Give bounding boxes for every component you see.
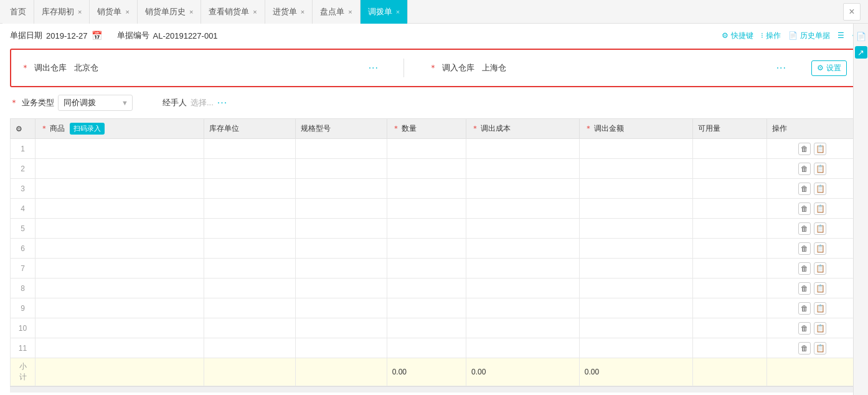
row-goods[interactable] — [35, 338, 204, 358]
delete-icon[interactable]: 🗑 — [798, 143, 811, 155]
row-available[interactable] — [692, 259, 767, 278]
copy-icon[interactable]: 📋 — [814, 282, 826, 295]
row-cost[interactable] — [466, 338, 580, 358]
copy-icon[interactable]: 📋 — [814, 163, 826, 175]
row-available[interactable] — [692, 298, 767, 318]
row-cost[interactable] — [466, 259, 580, 278]
row-qty[interactable] — [387, 278, 466, 298]
history-link[interactable]: 📄 历史单据 — [788, 31, 830, 41]
tab-close-sales-history[interactable]: × — [189, 8, 193, 16]
row-goods[interactable] — [35, 259, 204, 278]
tab-sales-history[interactable]: 销货单历史 × — [138, 0, 201, 24]
row-spec[interactable] — [295, 139, 387, 159]
row-available[interactable] — [692, 179, 767, 199]
row-available[interactable] — [692, 159, 767, 179]
row-available[interactable] — [692, 199, 767, 219]
delete-icon[interactable]: 🗑 — [798, 242, 811, 255]
row-qty[interactable] — [387, 338, 466, 358]
row-cost[interactable] — [466, 239, 580, 259]
layout-toggle-list[interactable]: ☰ — [837, 31, 844, 40]
delete-icon[interactable]: 🗑 — [798, 163, 811, 175]
row-qty[interactable] — [387, 298, 466, 318]
delete-icon[interactable]: 🗑 — [798, 302, 811, 315]
row-qty[interactable] — [387, 318, 466, 338]
row-available[interactable] — [692, 139, 767, 159]
delete-icon[interactable]: 🗑 — [798, 202, 811, 215]
tab-view-sales[interactable]: 查看销货单 × — [201, 0, 265, 24]
row-goods[interactable] — [35, 199, 204, 219]
row-goods[interactable] — [35, 139, 204, 159]
tab-close-sales-order[interactable]: × — [125, 8, 129, 16]
delete-icon[interactable]: 🗑 — [798, 342, 811, 355]
row-goods[interactable] — [35, 239, 204, 259]
row-spec[interactable] — [295, 199, 387, 219]
row-unit[interactable] — [204, 219, 295, 239]
handler-more-button[interactable]: ··· — [217, 97, 227, 108]
row-qty[interactable] — [387, 139, 466, 159]
row-amount[interactable] — [579, 199, 692, 219]
side-expand-icon[interactable]: ↗ — [855, 46, 867, 59]
row-goods[interactable] — [35, 159, 204, 179]
row-qty[interactable] — [387, 239, 466, 259]
copy-icon[interactable]: 📋 — [814, 222, 826, 235]
row-amount[interactable] — [579, 318, 692, 338]
row-cost[interactable] — [466, 219, 580, 239]
row-amount[interactable] — [579, 298, 692, 318]
row-unit[interactable] — [204, 259, 295, 278]
tab-inventory-init[interactable]: 库存期初 × — [34, 0, 90, 24]
row-amount[interactable] — [579, 179, 692, 199]
shortcuts-link[interactable]: ⚙ 快捷键 — [722, 31, 753, 41]
row-spec[interactable] — [295, 298, 387, 318]
row-available[interactable] — [692, 278, 767, 298]
row-spec[interactable] — [295, 318, 387, 338]
row-amount[interactable] — [579, 259, 692, 278]
warehouse-in-more-button[interactable]: ··· — [776, 62, 786, 74]
row-cost[interactable] — [466, 159, 580, 179]
row-amount[interactable] — [579, 338, 692, 358]
copy-icon[interactable]: 📋 — [814, 262, 826, 275]
row-unit[interactable] — [204, 278, 295, 298]
tab-close-stocktake[interactable]: × — [348, 8, 352, 16]
tab-close-inventory-init[interactable]: × — [78, 8, 82, 16]
row-amount[interactable] — [579, 219, 692, 239]
row-unit[interactable] — [204, 239, 295, 259]
tab-close-transfer[interactable]: × — [396, 8, 400, 16]
row-qty[interactable] — [387, 259, 466, 278]
copy-icon[interactable]: 📋 — [814, 302, 826, 315]
tab-stocktake[interactable]: 盘点单 × — [313, 0, 360, 24]
row-cost[interactable] — [466, 199, 580, 219]
handler-select[interactable]: 选择... — [191, 97, 214, 108]
row-available[interactable] — [692, 239, 767, 259]
row-qty[interactable] — [387, 199, 466, 219]
row-goods[interactable] — [35, 278, 204, 298]
row-spec[interactable] — [295, 239, 387, 259]
row-spec[interactable] — [295, 179, 387, 199]
tab-close-purchase-order[interactable]: × — [301, 8, 304, 16]
row-spec[interactable] — [295, 219, 387, 239]
tab-transfer[interactable]: 调拨单 × — [361, 0, 408, 24]
scan-input-button[interactable]: 扫码录入 — [70, 123, 105, 135]
settings-button[interactable]: ⚙ 设置 — [811, 60, 847, 76]
window-close-button[interactable]: × — [843, 3, 861, 21]
row-amount[interactable] — [579, 278, 692, 298]
row-unit[interactable] — [204, 199, 295, 219]
row-qty[interactable] — [387, 179, 466, 199]
row-spec[interactable] — [295, 338, 387, 358]
tab-purchase-order[interactable]: 进货单 × — [265, 0, 313, 24]
row-amount[interactable] — [579, 139, 692, 159]
delete-icon[interactable]: 🗑 — [798, 183, 811, 195]
tab-home[interactable]: 首页 — [2, 0, 34, 24]
table-gear-icon[interactable]: ⚙ — [16, 125, 22, 133]
tab-close-view-sales[interactable]: × — [253, 8, 257, 16]
business-type-select[interactable]: 同价调拨 ▼ — [58, 95, 133, 111]
copy-icon[interactable]: 📋 — [814, 143, 826, 155]
warehouse-out-more-button[interactable]: ··· — [369, 62, 379, 74]
delete-icon[interactable]: 🗑 — [798, 222, 811, 235]
row-available[interactable] — [692, 338, 767, 358]
row-qty[interactable] — [387, 159, 466, 179]
row-qty[interactable] — [387, 219, 466, 239]
row-goods[interactable] — [35, 318, 204, 338]
row-unit[interactable] — [204, 159, 295, 179]
horizontal-scrollbar[interactable] — [10, 386, 858, 393]
delete-icon[interactable]: 🗑 — [798, 282, 811, 295]
